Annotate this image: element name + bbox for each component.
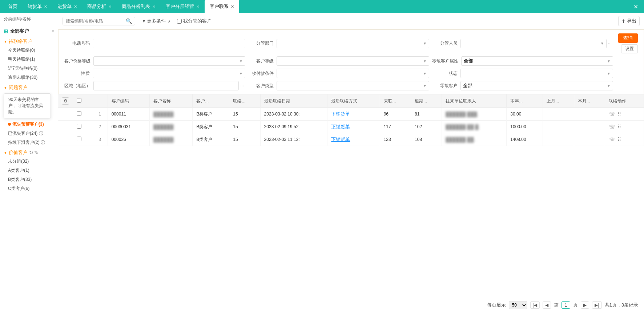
filter-select-payment[interactable]: ▼	[277, 69, 429, 78]
query-settings-col: 查询 设置	[616, 33, 638, 53]
last-way-link[interactable]: 下销货单	[331, 137, 350, 142]
col-header-overdue: 逾期...	[411, 94, 442, 108]
more-action-icon[interactable]: ⠿	[617, 137, 621, 142]
col-settings: ⚙	[58, 94, 73, 108]
contact-action-icon[interactable]: ☏	[609, 111, 615, 117]
sidebar-item-b-class[interactable]: B类客户(33)	[0, 175, 58, 184]
sidebar-item-ungrouped[interactable]: 未分组(32)	[0, 157, 58, 166]
sidebar-root[interactable]: ⊞ 全部客户 «	[0, 25, 58, 36]
sidebar-item-declining[interactable]: 持续下滑客户(2) ⓘ	[0, 138, 58, 147]
contact-action-icon[interactable]: ☏	[609, 137, 615, 142]
sidebar-item-overdue[interactable]: 逾期未联络(30)	[0, 73, 58, 82]
col-header-contact-count: 联络...	[229, 94, 260, 108]
sidebar-collapse-btn[interactable]: «	[52, 29, 54, 34]
filter-select-customer-type[interactable]: ▼	[277, 81, 429, 90]
last-way-link[interactable]: 下销货单	[331, 124, 350, 129]
close-customer-contact-tab[interactable]: ✕	[231, 4, 234, 9]
filter-select-region[interactable]	[93, 81, 239, 90]
close-customer-tier-tab[interactable]: ✕	[196, 4, 200, 9]
last-page-btn[interactable]: ▶|	[592, 301, 601, 309]
row-checkbox[interactable]	[77, 111, 81, 116]
prev-page-btn[interactable]: ◀	[543, 301, 551, 309]
per-page-label: 每页显示	[487, 302, 506, 308]
tab-purchase[interactable]: 进货单 ✕	[52, 0, 82, 13]
total-label: 共1页，3条记录	[605, 302, 638, 308]
tab-sales[interactable]: 销货单 ✕	[23, 0, 52, 13]
refresh-icon[interactable]: ↻	[29, 150, 33, 155]
sidebar-group-problem[interactable]: ▼ 问题客户	[0, 82, 58, 92]
tab-analysis-list[interactable]: 商品分析列表 ✕	[117, 0, 161, 13]
sidebar-item-7days[interactable]: 近7天待联络(0)	[0, 64, 58, 73]
last-way-link[interactable]: 下销货单	[331, 111, 350, 117]
filter-select-nature[interactable]: ▼	[93, 69, 245, 78]
filter-input-phone[interactable]	[93, 39, 245, 48]
sidebar-item-c-class[interactable]: C类客户(6)	[0, 184, 58, 193]
row-contact-person: ██████ ██ .	[442, 133, 507, 146]
global-close-icon[interactable]: ✕	[631, 3, 641, 10]
sidebar-item-churn-warning[interactable]: 流失预警客户(3)	[0, 120, 58, 129]
sidebar-item-tomorrow[interactable]: 明天待联络(1)	[0, 55, 58, 64]
sidebar-group-pending[interactable]: ▼ 待联络客户	[0, 36, 58, 46]
filter-btn[interactable]: ▼ 更多条件 ∧	[139, 16, 173, 26]
chevron-down-icon6: ▼	[239, 72, 243, 76]
row-num: 3	[92, 133, 108, 146]
row-last-way: 下销货单	[327, 121, 380, 133]
filter-select-retail[interactable]: 全部 ▼	[460, 81, 613, 90]
filter-more-btn-person[interactable]: ···	[607, 41, 613, 46]
query-button[interactable]: 查询	[618, 33, 638, 43]
filter-panel: 电话号码 分管部门 ▼ 分管人员 ▼ ···	[58, 29, 644, 94]
filter-select-person[interactable]: ▼	[460, 39, 607, 48]
sidebar-search-input[interactable]	[4, 16, 58, 21]
row-overdue: 102	[411, 121, 442, 133]
filter-field-status: 状态 ▼	[432, 69, 613, 78]
close-sales-tab[interactable]: ✕	[44, 4, 47, 9]
sidebar-item-today[interactable]: 今天待联络(0)	[0, 46, 58, 55]
col-checkbox	[73, 94, 92, 108]
row-this-year: 30.00	[507, 108, 543, 121]
row-checkbox[interactable]	[77, 124, 81, 129]
row-last-date: 2023-02-03 11:12:	[260, 133, 327, 146]
row-no-contact: 123	[380, 133, 411, 146]
arrow-down-icon2: ▼	[4, 86, 7, 90]
contact-action-icon[interactable]: ☏	[609, 124, 615, 130]
filter-select-status[interactable]: ▼	[460, 69, 613, 78]
page-size-select[interactable]: 50 100	[509, 301, 527, 309]
sidebar-group-value[interactable]: ▼ 价值客户 ↻ ✎	[0, 147, 58, 157]
column-settings-icon[interactable]: ⚙	[62, 97, 69, 105]
filter-field-customer-type: 客户类型 ▼	[248, 81, 429, 90]
search-icon-btn[interactable]: 🔍	[126, 18, 132, 24]
settings-button[interactable]: 设置	[621, 44, 638, 53]
first-page-btn[interactable]: |◀	[530, 301, 540, 309]
my-customer-check[interactable]: 我分管的客户	[177, 18, 212, 24]
close-purchase-tab[interactable]: ✕	[74, 4, 77, 9]
filter-field-payment: 收付款条件 ▼	[248, 69, 429, 78]
more-action-icon[interactable]: ⠿	[617, 111, 621, 117]
row-checkbox[interactable]	[77, 137, 81, 141]
next-page-btn[interactable]: ▶	[581, 301, 589, 309]
filter-select-price-tier[interactable]: ▼	[93, 56, 245, 66]
action-icons-wrap: ☏ ⠿	[609, 137, 640, 142]
chevron-down-icon5: ▼	[607, 59, 611, 63]
tab-analysis[interactable]: 商品分析 ✕	[82, 0, 117, 13]
select-all-checkbox[interactable]	[77, 98, 81, 103]
tab-home[interactable]: 首页	[3, 0, 23, 13]
filter-select-dept[interactable]: ▼	[277, 39, 429, 48]
row-contact-count: 15	[229, 133, 260, 146]
more-action-icon[interactable]: ⠿	[617, 124, 621, 130]
row-name: ██████	[150, 121, 193, 133]
my-customer-checkbox[interactable]	[177, 19, 182, 24]
sidebar-item-a-class[interactable]: A类客户(1)	[0, 166, 58, 175]
tab-customer-tier[interactable]: 客户分层经营 ✕	[161, 0, 205, 13]
close-analysis-tab[interactable]: ✕	[108, 4, 112, 9]
arrow-down-icon: ▼	[4, 40, 7, 44]
filter-more-btn-region[interactable]: ···	[239, 83, 245, 88]
filter-select-customer-tier[interactable]: ▼	[277, 56, 429, 66]
search-input[interactable]	[66, 19, 126, 24]
sidebar-item-churned[interactable]: 已流失客户(24) ⓘ	[0, 129, 58, 138]
tab-customer-contact[interactable]: 客户联系 ✕	[205, 0, 239, 13]
close-analysis-list-tab[interactable]: ✕	[152, 4, 156, 9]
filter-select-retail-attr[interactable]: 全部 ▼	[461, 56, 613, 66]
export-btn[interactable]: ⬆ 导出	[618, 16, 640, 26]
toolbar: 🔍 ▼ 更多条件 ∧ 我分管的客户 ⬆ 导出	[58, 13, 644, 29]
edit-icon[interactable]: ✎	[34, 150, 39, 155]
